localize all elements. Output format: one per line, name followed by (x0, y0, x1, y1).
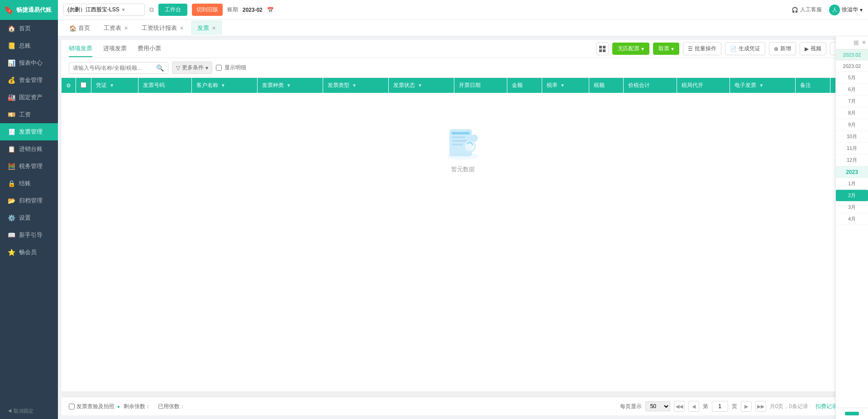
next-page-button[interactable]: ▶ (741, 401, 752, 412)
invoice-status-filter-icon[interactable]: ▼ (418, 83, 422, 88)
select-all-checkbox[interactable] (81, 82, 86, 88)
prev-page-button[interactable]: ◀ (688, 401, 699, 412)
sidebar-item-settings[interactable]: ⚙️ 设置 (0, 209, 58, 226)
col-tax-rate: 税率 ▼ (542, 78, 589, 93)
archive-icon: 📂 (7, 197, 15, 204)
tab-salary-report-close[interactable]: ✕ (180, 25, 184, 31)
sidebar-item-member[interactable]: ⭐ 畅会员 (0, 244, 58, 261)
copy-icon[interactable]: ⧉ (149, 6, 154, 14)
no-invoice-button[interactable]: 无匹配票 ▾ (612, 43, 649, 55)
close-panel-button[interactable]: ✕ (862, 39, 866, 46)
tab-salary-close[interactable]: ✕ (124, 25, 128, 31)
subtab-sales-invoice[interactable]: 销项发票 (69, 41, 92, 57)
period-month-2022-11[interactable]: 11月 (836, 143, 868, 154)
svg-rect-7 (452, 136, 465, 138)
user-info[interactable]: 人 徐溢华 ▾ (829, 5, 863, 15)
new-invoice-button[interactable]: ⊕ 新增 (769, 42, 796, 55)
period-item-2023-02-2[interactable]: 2023.02 (836, 61, 868, 72)
pin-label: ◀ 取消固定 (7, 408, 33, 414)
col-checkbox[interactable] (76, 78, 91, 93)
period-month-2022-7[interactable]: 7月 (836, 96, 868, 107)
subtab-expense-receipt[interactable]: 费用小票 (138, 41, 161, 57)
company-selector[interactable]: (勿删）江西股宝-LSS ▼ (63, 4, 145, 16)
invoice-type-filter-icon[interactable]: ▼ (286, 83, 291, 88)
period-year-2023-header[interactable]: 2023 (836, 166, 868, 178)
sidebar-item-closing[interactable]: 🔒 结账 (0, 175, 58, 192)
layout-grid-button[interactable] (596, 43, 609, 55)
sidebar-item-report[interactable]: 📊 报表中心 (0, 54, 58, 72)
sidebar-item-home[interactable]: 🏠 首页 (0, 20, 58, 37)
period-month-2022-5[interactable]: 5月 (836, 72, 868, 84)
first-page-button[interactable]: ◀◀ (674, 401, 685, 412)
more-conditions-button[interactable]: ▽ 更多条件 ▾ (172, 62, 212, 74)
sidebar-item-tax[interactable]: 🧮 税务管理 (0, 158, 58, 175)
sidebar-item-fund[interactable]: 💰 资金管理 (0, 72, 58, 89)
main-area: (勿删）江西股宝-LSS ▼ ⧉ 工作台 切到旧版 账期 2023-02 📅 🎧… (58, 0, 868, 419)
period-month-2022-10[interactable]: 10月 (836, 131, 868, 143)
search-icon[interactable]: 🔍 (156, 64, 164, 72)
period-month-2023-1[interactable]: 1月 (836, 178, 868, 190)
period-item-2023-02-1[interactable]: 2023.02 (836, 49, 868, 61)
col-settings-icon[interactable]: ⚙ (66, 82, 71, 89)
invoice-cat-filter-icon[interactable]: ▼ (352, 83, 357, 88)
closing-icon: 🔒 (7, 180, 15, 187)
period-month-2023-4[interactable]: 4月 (836, 213, 868, 225)
page-input[interactable] (712, 401, 728, 412)
sidebar-item-ledger[interactable]: 📒 总账 (0, 37, 58, 54)
batch-op-button[interactable]: ☰ 批量操作 (683, 42, 721, 55)
sidebar-item-invoice[interactable]: 🧾 发票管理 (0, 123, 58, 140)
tax-rate-filter-icon[interactable]: ▼ (560, 83, 565, 88)
show-detail-input[interactable] (216, 65, 222, 71)
sidebar-item-sales[interactable]: 📋 进销台账 (0, 140, 58, 158)
subtab-bar: 销项发票 进项发票 费用小票 (62, 40, 864, 58)
tab-salary[interactable]: 工资表 ✕ (98, 21, 134, 35)
pin-toggle[interactable]: ◀ 取消固定 (0, 403, 58, 419)
tab-home[interactable]: 🏠 首页 (63, 21, 96, 35)
take-invoice-button[interactable]: 取票 ▾ (653, 43, 679, 55)
last-page-button[interactable]: ▶▶ (755, 401, 766, 412)
old-version-button[interactable]: 切到旧版 (192, 4, 223, 16)
assets-icon: 🏭 (7, 94, 15, 101)
generate-voucher-button[interactable]: 📄 生成凭证 (725, 42, 765, 55)
period-month-2023-2[interactable]: 2月 (836, 190, 868, 202)
col-settings[interactable]: ⚙ (62, 78, 76, 93)
table-scrollbar[interactable] (62, 391, 864, 397)
svg-rect-2 (599, 49, 602, 52)
voucher-filter-icon[interactable]: ▼ (110, 83, 114, 88)
tab-home-icon: 🏠 (69, 25, 76, 32)
period-month-2022-12[interactable]: 12月 (836, 154, 868, 166)
workbench-button[interactable]: 工作台 (158, 4, 187, 16)
per-page-select[interactable]: 50 10 20 100 (645, 401, 670, 411)
period-month-2022-9[interactable]: 9月 (836, 119, 868, 131)
total-pages-info: 共0页，0条记录 (770, 403, 808, 410)
tab-invoice-close[interactable]: ✕ (212, 25, 216, 31)
tab-salary-report[interactable]: 工资统计报表 ✕ (136, 21, 190, 35)
video-icon: ▶ (805, 46, 809, 52)
video-button[interactable]: ▶ 视频 (800, 42, 826, 55)
user-service-button[interactable]: 🎧 人工客服 (792, 6, 822, 14)
show-detail-checkbox[interactable]: 显示明细 (216, 64, 246, 72)
col-invoice-no: 发票号码 (138, 78, 191, 93)
open-period-label: 开账日期 (845, 412, 859, 415)
period-month-2023-3[interactable]: 3月 (836, 202, 868, 213)
user-avatar-icon: 人 (829, 5, 840, 15)
sidebar-item-assets[interactable]: 🏭 固定资产 (0, 89, 58, 106)
col-issue-date: 开票日期 (454, 78, 507, 93)
sidebar-item-guide[interactable]: 📖 新手引导 (0, 226, 58, 244)
subtab-purchase-invoice[interactable]: 进项发票 (103, 41, 127, 57)
search-input[interactable] (73, 65, 154, 71)
period-month-2022-8[interactable]: 8月 (836, 107, 868, 119)
open-period-button[interactable]: 开账日期 (836, 408, 868, 419)
fee-record-link[interactable]: 扣费记录 (816, 403, 837, 410)
customer-filter-icon[interactable]: ▼ (221, 83, 225, 88)
sidebar-item-archive[interactable]: 📂 归档管理 (0, 192, 58, 209)
period-month-2022-6[interactable]: 6月 (836, 84, 868, 96)
expand-panel-icon[interactable]: ⊞ (854, 39, 859, 46)
electronic-filter-icon[interactable]: ▼ (759, 83, 763, 88)
verify-input[interactable] (69, 404, 75, 409)
calendar-icon[interactable]: 📅 (267, 7, 274, 13)
sidebar-item-salary[interactable]: 💴 工资 (0, 106, 58, 123)
tab-invoice[interactable]: 发票 ✕ (191, 21, 222, 35)
invoice-icon: 🧾 (7, 128, 15, 135)
verify-checkbox[interactable]: 发票查验及拍照 ● (69, 403, 120, 410)
